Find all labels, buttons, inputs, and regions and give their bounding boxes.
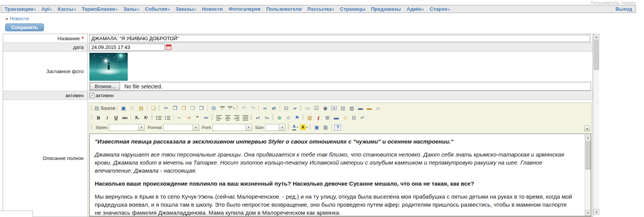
subscript-button[interactable]: X₂ [133,114,141,122]
source-button[interactable]: ▤Source [94,104,115,112]
preview-button[interactable]: ▤ [137,104,145,112]
blockquote-button[interactable]: ❝ [193,114,201,122]
align-right-button[interactable] [232,114,240,122]
toolbar-collapse-button[interactable]: ▲ [584,126,590,131]
page-break-button[interactable]: ↵ [359,114,367,122]
underline-button[interactable]: U [112,114,120,122]
spellcheck-button[interactable]: ABC✓ [218,104,226,112]
paste-button[interactable]: ❒ [180,104,188,112]
nav-item-thermo-blanks[interactable]: ТермоБланки» [82,6,117,12]
outdent-button[interactable]: ⇤ [176,114,184,122]
superscript-button[interactable]: X² [142,114,150,122]
radio-field-button[interactable]: ◉ [321,104,329,112]
bg-color-button[interactable]: A▾ [300,123,308,131]
hidden-field-button[interactable]: ▱ [374,104,382,112]
page-scroll-up-icon[interactable]: ▲ [593,34,600,40]
align-justify-button[interactable] [241,114,249,122]
editor-scroll-down-icon[interactable]: ▼ [585,210,591,216]
special-char-button[interactable]: Ω [350,114,358,122]
browse-button[interactable]: Browse... [90,83,120,90]
templates-button[interactable]: ❑ [149,104,157,112]
editor-scroll-up-icon[interactable]: ▲ [585,134,591,140]
editor-scrollbar[interactable]: ▲ ▼ [585,134,591,216]
align-center-button[interactable] [224,114,232,122]
date-picker-calendar-icon[interactable] [166,44,171,50]
checkbox-field-button[interactable]: ☑ [312,104,320,112]
breadcrumb-news-link[interactable]: Новости [10,16,29,21]
form-button[interactable]: ▭ [303,104,311,112]
title-input[interactable] [89,35,590,42]
nav-item-admin[interactable]: Адмін» [407,6,424,12]
date-input[interactable] [89,44,165,51]
div-button[interactable]: div [202,114,210,122]
bold-button[interactable]: B [94,114,102,122]
link-button[interactable]: ⊛ [275,114,283,122]
nav-item-events[interactable]: События» [145,6,170,12]
text-field-button[interactable]: ab [330,104,338,112]
save-button[interactable]: ▣ [119,104,127,112]
copy-button[interactable]: ❐ [171,104,179,112]
align-left-button[interactable] [215,114,223,122]
numbered-list-button[interactable] [155,114,163,122]
nav-item-old[interactable]: Старое» [430,6,450,12]
new-page-button[interactable]: □ [128,104,136,112]
nav-item-transactions[interactable]: Транзакции» [5,6,36,12]
strike-button[interactable]: abc [121,114,129,122]
nav-item-pages[interactable]: Страницы [340,6,365,12]
bidi-rtl-button[interactable]: ¶◂ [263,114,271,122]
remove-format-button[interactable]: ▰ [291,104,299,112]
horizontal-rule-button[interactable]: ▬ [332,114,340,122]
save-button[interactable]: Сохранить [5,23,44,31]
maximize-button[interactable]: ▣ [313,123,321,131]
about-button[interactable]: ? [334,123,342,131]
select-all-button[interactable]: ⊡ [282,104,290,112]
active-checkbox[interactable]: ✓ [89,93,94,98]
undo-button[interactable]: ↶ [240,104,248,112]
indent-button[interactable]: ⇥ [184,114,193,122]
redo-button[interactable]: ↷ [249,104,257,112]
replace-button[interactable]: ⇄ [270,104,278,112]
format-combo[interactable]: Format▾ [148,124,199,131]
bidi-ltr-button[interactable]: ▸¶ [254,114,262,122]
flash-button[interactable]: ƒ [315,114,323,122]
nav-item-users[interactable]: Пользователи [266,6,301,12]
find-button[interactable]: ∞ [261,104,269,112]
bulleted-list-button[interactable] [163,114,171,122]
button-field-button[interactable]: ▬ [356,104,364,112]
textarea-field-button[interactable]: ▤ [339,104,347,112]
page-scrollbar-thumb[interactable] [594,40,599,70]
cut-button[interactable]: ✂ [162,104,170,112]
editor-content[interactable]: "Известная певица рассказала в эксклюзив… [89,134,591,216]
image-button[interactable]: ▧ [306,114,314,122]
nav-item-preorders[interactable]: Предзаказы [371,6,401,12]
nav-item-cash-desks[interactable]: Кассы» [58,6,76,12]
print-button[interactable]: ⊟ [209,104,217,112]
size-combo[interactable]: Size▾ [255,124,285,131]
anchor-button[interactable]: ⚑ [293,114,301,122]
italic-button[interactable]: I [103,114,111,122]
nav-item-news[interactable]: Новости [202,6,223,12]
select-field-button[interactable]: ▥ [348,104,356,112]
image-button-field-button[interactable]: ▬ [365,104,373,112]
nav-item-mailing[interactable]: Рассылка» [307,6,334,12]
text-color-button[interactable]: A▾ [291,123,299,131]
bidi-ltr-icon: ▸¶ [256,116,260,120]
nav-item-photo-gallery[interactable]: Фотогалерея [229,6,261,12]
nav-item-api[interactable]: Api» [41,6,52,12]
nav-item-orders[interactable]: Заказы» [176,6,196,12]
page-scroll-down-icon[interactable]: ▼ [593,209,600,215]
font-combo[interactable]: Font▾ [202,124,252,131]
smiley-button[interactable]: ☺ [341,114,349,122]
editor-scrollbar-thumb[interactable] [585,141,591,170]
table-button[interactable]: ⊞ [323,114,331,122]
nav-logout-link[interactable]: Выход [616,6,632,12]
nav-item-halls[interactable]: Залы» [123,6,139,12]
show-blocks-button[interactable]: ▦ [321,123,329,131]
styles-combo[interactable]: Styles▾ [96,124,145,131]
paste-text-button[interactable]: ❒ [188,104,196,112]
paste-word-button[interactable]: ❒ [197,104,205,112]
page-scrollbar[interactable]: ▲ ▼ [593,34,599,215]
undo-icon: ↶ [242,106,246,111]
scayt-button[interactable]: ABC✓▾ [227,104,235,112]
unlink-button[interactable]: ⊘ [284,114,292,122]
